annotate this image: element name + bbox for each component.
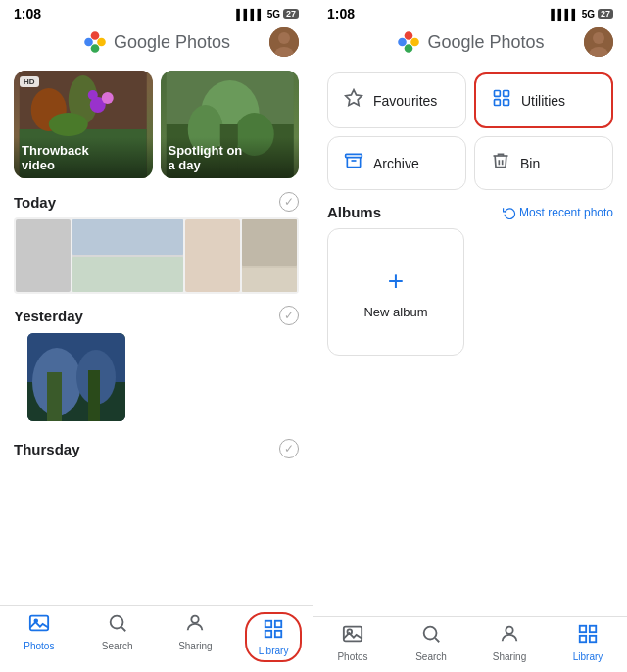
photos-nav-icon [28,612,50,639]
nav-library-label-left: Library [259,646,289,656]
memory-cards-row: HD Throwbackvideo Spotlight ona day [0,63,313,186]
svg-rect-50 [590,636,596,642]
yesterday-check-icon[interactable]: ✓ [279,306,299,325]
utilities-label: Utilities [521,93,565,109]
menu-grid: Favourites Utilities Archive [327,72,613,190]
favourites-label: Favourites [373,93,437,109]
svg-rect-42 [344,627,362,642]
spotlight-card[interactable]: Spotlight ona day [161,71,300,178]
nav-library-highlighted[interactable]: Library [245,612,303,662]
today-title: Today [14,194,56,211]
trash-icon [491,151,510,175]
network-type: 5G [267,9,280,20]
svg-rect-30 [265,631,271,637]
left-status-icons: ▌▌▌▌ 5G 27 [236,9,299,20]
archive-menu-item[interactable]: Archive [327,136,466,190]
nav-photos-label-right: Photos [337,651,367,662]
svg-rect-37 [504,91,509,97]
throwback-card[interactable]: HD Throwbackvideo [14,71,153,178]
svg-point-25 [110,616,122,629]
right-avatar[interactable] [584,27,613,57]
svg-rect-38 [495,100,501,106]
spotlight-label: Spotlight ona day [161,137,300,178]
thursday-title: Thursday [14,441,80,457]
svg-point-46 [506,627,512,634]
svg-rect-28 [265,621,271,627]
utilities-icon [492,88,511,113]
today-strip [14,217,299,294]
most-recent-label: Most recent photo [519,206,613,219]
svg-rect-31 [275,631,281,637]
nav-photos-label-left: Photos [24,641,54,651]
svg-rect-36 [495,91,501,97]
svg-point-9 [88,90,98,100]
svg-rect-22 [88,370,100,421]
yesterday-photo-thumb[interactable] [27,333,125,421]
svg-rect-40 [346,154,362,157]
right-header: Google Photos [314,25,627,63]
thursday-header: Thursday ✓ [0,433,313,462]
nav-search-label-right: Search [415,651,447,662]
today-strip-cell-2 [72,257,182,292]
nav-sharing-left[interactable]: Sharing [157,612,235,662]
right-pinwheel-icon [396,29,421,55]
today-strip-col-4 [242,219,297,292]
right-status-icons: ▌▌▌▌ 5G 27 [551,9,613,20]
thursday-check-icon[interactable]: ✓ [279,439,299,458]
throwback-label: Throwbackvideo [14,137,153,178]
svg-rect-20 [47,372,62,421]
today-header: Today ✓ [0,186,313,216]
search-nav-icon-right [420,623,442,649]
nav-library-left-wrapper: Library [234,612,313,662]
refresh-icon [503,206,516,219]
avatar-image [269,27,299,57]
yesterday-header: Yesterday ✓ [0,300,313,329]
right-bottom-nav: Photos Search Sharing Library [314,616,627,672]
utilities-menu-item[interactable]: Utilities [474,72,613,128]
nav-sharing-right[interactable]: Sharing [470,623,549,662]
right-signal-bars-icon: ▌▌▌▌ [551,9,578,20]
right-logo-text: Google Photos [427,32,544,53]
nav-search-left[interactable]: Search [78,612,157,662]
left-logo-text: Google Photos [114,32,230,53]
most-recent-link[interactable]: Most recent photo [503,206,613,219]
star-icon [344,88,363,113]
new-album-card[interactable]: + New album [327,228,464,356]
bin-menu-item[interactable]: Bin [474,136,613,190]
library-menu: Favourites Utilities Archive [314,63,627,365]
yesterday-image [27,333,125,421]
sharing-nav-icon-left [184,612,206,639]
nav-library-label-right: Library [573,651,603,662]
left-avatar[interactable] [269,27,299,57]
svg-rect-29 [275,621,281,627]
library-nav-icon-left [263,618,284,644]
favourites-menu-item[interactable]: Favourites [327,72,466,128]
nav-library-right[interactable]: Library [549,623,627,662]
left-header: Google Photos [0,25,313,63]
svg-rect-47 [580,626,586,632]
right-panel: 1:08 ▌▌▌▌ 5G 27 Google Photos [314,0,627,672]
albums-title: Albums [327,204,381,220]
today-check-icon[interactable]: ✓ [279,192,299,212]
today-photos [0,216,313,300]
svg-line-26 [121,627,125,631]
svg-rect-23 [30,616,48,631]
albums-header: Albums Most recent photo [327,204,613,220]
svg-point-1 [278,32,290,44]
archive-icon [344,151,363,175]
search-nav-icon-left [107,612,128,639]
battery-badge: 27 [283,9,299,19]
sharing-nav-icon-right [499,623,520,649]
nav-photos-right[interactable]: Photos [314,623,392,662]
svg-rect-39 [504,100,509,106]
svg-rect-48 [590,626,596,632]
svg-point-10 [49,113,88,136]
left-panel: 1:08 ▌▌▌▌ 5G 27 Google Photos [0,0,314,672]
svg-rect-49 [580,636,586,642]
signal-bars-icon: ▌▌▌▌ [236,9,264,20]
yesterday-title: Yesterday [14,308,83,324]
nav-search-right[interactable]: Search [392,623,470,662]
nav-photos-left[interactable]: Photos [0,612,78,662]
nav-sharing-label-right: Sharing [493,651,526,662]
today-strip-cell-1 [72,219,182,255]
